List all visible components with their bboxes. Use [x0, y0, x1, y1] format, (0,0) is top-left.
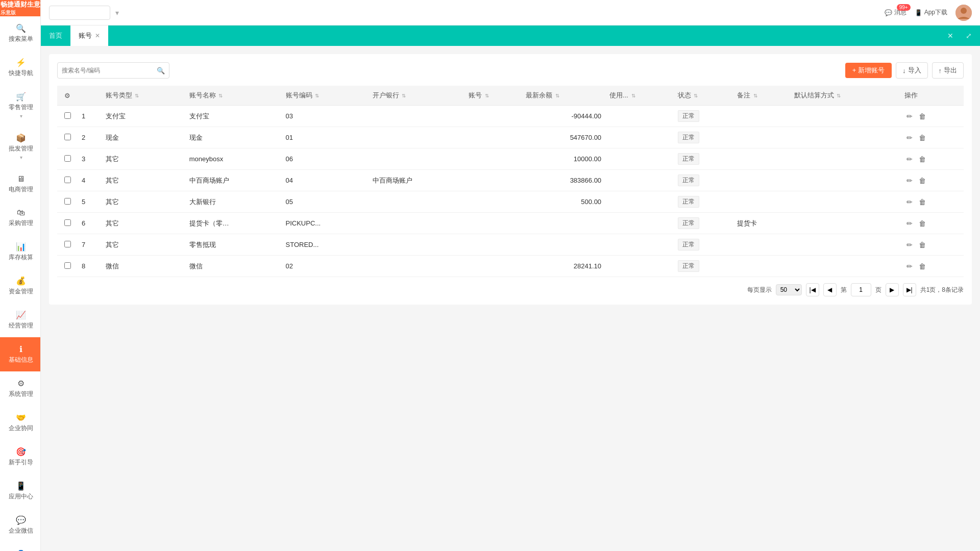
row-index-5: 5	[78, 191, 102, 213]
delete-btn-6[interactable]: 🗑	[917, 218, 928, 229]
delete-btn-3[interactable]: 🗑	[917, 154, 928, 164]
edit-btn-8[interactable]: ✏	[904, 261, 915, 271]
sidebar-item-system[interactable]: ⚙系统管理	[0, 371, 40, 406]
col-name[interactable]: 账号名称 ⇅	[185, 86, 282, 106]
delete-btn-4[interactable]: 🗑	[917, 176, 928, 186]
col-status[interactable]: 状态 ⇅	[674, 86, 733, 106]
topbar-dropdown-icon[interactable]: ▾	[115, 9, 119, 17]
row-usage-3	[605, 148, 674, 170]
checkbox-4[interactable]	[64, 177, 71, 183]
sidebar-label-ecommerce: 电商管理	[9, 185, 33, 194]
edit-btn-5[interactable]: ✏	[904, 197, 915, 207]
checkbox-3[interactable]	[64, 155, 71, 162]
sidebar-label-basic: 基础信息	[9, 356, 33, 364]
sidebar-item-ecommerce[interactable]: 🖥电商管理	[0, 167, 40, 201]
col-bank[interactable]: 开户银行 ⇅	[369, 86, 465, 106]
sidebar-item-quick-nav[interactable]: ⚡快捷导航	[0, 51, 40, 85]
delete-btn-7[interactable]: 🗑	[917, 240, 928, 250]
app-label: App下载	[924, 8, 947, 17]
col-default-payment[interactable]: 默认结算方式 ⇅	[790, 86, 900, 106]
col-remark[interactable]: 备注 ⇅	[733, 86, 790, 106]
row-checkbox-4[interactable]	[57, 170, 78, 191]
row-checkbox-3[interactable]	[57, 148, 78, 170]
row-status-1: 正常	[674, 106, 733, 127]
sidebar-item-retail[interactable]: 🛒零售管理▾	[0, 85, 40, 126]
sidebar-item-finance[interactable]: 💰资金管理	[0, 269, 40, 303]
edit-btn-1[interactable]: ✏	[904, 111, 915, 121]
page-input[interactable]	[851, 283, 871, 296]
tabbar-close-icon[interactable]: ✕	[943, 29, 958, 43]
delete-btn-5[interactable]: 🗑	[917, 197, 928, 207]
search-input[interactable]	[62, 67, 157, 74]
row-usage-4	[605, 170, 674, 191]
col-settings[interactable]: ⚙	[57, 86, 78, 106]
sidebar-label-system: 系统管理	[9, 390, 33, 398]
sidebar-item-member[interactable]: 👤畅会员	[0, 542, 40, 551]
sidebar-item-operation[interactable]: 📈经营管理	[0, 303, 40, 337]
edit-btn-6[interactable]: ✏	[904, 218, 915, 229]
checkbox-1[interactable]	[64, 112, 71, 119]
row-checkbox-1[interactable]	[57, 106, 78, 127]
tab-account[interactable]: 账号✕	[70, 26, 108, 46]
sidebar-item-purchase[interactable]: 🛍采购管理	[0, 201, 40, 235]
app-download-button[interactable]: 📱 App下载	[915, 8, 947, 17]
add-account-button[interactable]: + 新增账号	[845, 63, 892, 78]
row-checkbox-2[interactable]	[57, 127, 78, 148]
message-icon: 💬	[885, 9, 892, 16]
tabbar: 首页账号✕ ✕ ⤢	[41, 26, 980, 46]
delete-btn-2[interactable]: 🗑	[917, 133, 928, 143]
sidebar-item-wholesale[interactable]: 📦批发管理▾	[0, 126, 40, 167]
sidebar-item-search-menu[interactable]: 🔍搜索菜单	[0, 16, 40, 51]
col-usage[interactable]: 使用... ⇅	[605, 86, 674, 106]
page-last-btn[interactable]: ▶|	[903, 283, 916, 296]
tab-home[interactable]: 首页	[41, 26, 70, 46]
checkbox-8[interactable]	[64, 262, 71, 269]
col-balance[interactable]: 最新余额 ⇅	[522, 86, 605, 106]
topbar-search-input[interactable]	[49, 6, 110, 20]
col-code[interactable]: 账号编码 ⇅	[282, 86, 369, 106]
import-button[interactable]: ↓ 导入	[896, 62, 928, 79]
row-checkbox-6[interactable]	[57, 213, 78, 234]
row-status-4: 正常	[674, 170, 733, 191]
tabbar-expand-icon[interactable]: ⤢	[962, 29, 976, 43]
edit-btn-2[interactable]: ✏	[904, 133, 915, 143]
page-first-btn[interactable]: |◀	[806, 283, 819, 296]
row-bank-1	[369, 106, 465, 127]
row-checkbox-8[interactable]	[57, 256, 78, 277]
edit-btn-4[interactable]: ✏	[904, 176, 915, 186]
status-badge-6: 正常	[678, 217, 699, 229]
sidebar-item-guide[interactable]: 🎯新手引导	[0, 440, 40, 474]
row-checkbox-5[interactable]	[57, 191, 78, 213]
search-icon[interactable]: 🔍	[157, 67, 165, 74]
page-next-btn[interactable]: ▶	[886, 283, 899, 296]
sidebar-label-app-center: 应用中心	[9, 492, 33, 501]
page-size-select[interactable]: 50 100 200	[776, 284, 802, 295]
checkbox-6[interactable]	[64, 219, 71, 226]
sidebar-item-inventory[interactable]: 📊库存核算	[0, 235, 40, 269]
sidebar-item-enterprise[interactable]: 🤝企业协同	[0, 406, 40, 440]
col-number[interactable]: 账号 ⇅	[464, 86, 522, 106]
sidebar-label-enterprise: 企业协同	[9, 424, 33, 433]
export-button[interactable]: ↑ 导出	[932, 62, 964, 79]
row-number-7	[464, 234, 522, 256]
accounts-table: ⚙ 账号类型 ⇅ 账号名称 ⇅ 账号编码 ⇅ 开户银行 ⇅ 账号 ⇅ 最新余额 …	[57, 86, 964, 277]
checkbox-7[interactable]	[64, 241, 71, 247]
edit-btn-3[interactable]: ✏	[904, 154, 915, 164]
page-prev-btn[interactable]: ◀	[823, 283, 837, 296]
delete-btn-8[interactable]: 🗑	[917, 261, 928, 271]
message-button[interactable]: 💬 消息 99+	[885, 8, 906, 17]
checkbox-2[interactable]	[64, 134, 71, 140]
sidebar-item-basic[interactable]: ℹ基础信息	[0, 337, 40, 371]
row-type-1: 支付宝	[102, 106, 185, 127]
checkbox-5[interactable]	[64, 198, 71, 205]
sidebar-item-app-center[interactable]: 📱应用中心	[0, 474, 40, 508]
row-checkbox-7[interactable]	[57, 234, 78, 256]
topbar-right: 💬 消息 99+ 📱 App下载	[885, 5, 972, 21]
status-badge-8: 正常	[678, 260, 699, 272]
avatar[interactable]	[955, 5, 972, 21]
edit-btn-7[interactable]: ✏	[904, 240, 915, 250]
tab-close-account[interactable]: ✕	[95, 32, 100, 39]
col-type[interactable]: 账号类型 ⇅	[102, 86, 185, 106]
delete-btn-1[interactable]: 🗑	[917, 111, 928, 121]
sidebar-item-wechat-work[interactable]: 💬企业微信	[0, 508, 40, 542]
